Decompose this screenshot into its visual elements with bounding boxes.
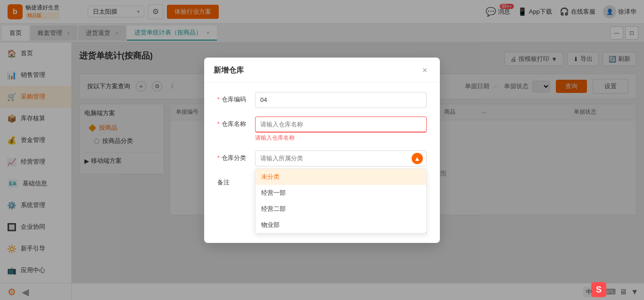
warehouse-code-input[interactable] — [255, 92, 427, 108]
warehouse-name-row: 仓库名称 请输入仓库名称 — [217, 117, 427, 142]
warehouse-code-label: 仓库编码 — [217, 92, 255, 104]
s-logo-area: S — [591, 282, 606, 297]
warehouse-name-label: 仓库名称 — [217, 117, 255, 128]
dropdown-item-dept1[interactable]: 经营一部 — [256, 185, 426, 201]
dropdown-item-dept2[interactable]: 经营二部 — [256, 201, 426, 217]
dropdown-item-uncategorized[interactable]: 未分类 — [256, 169, 426, 185]
category-dropdown-toggle[interactable]: ▲ — [412, 153, 423, 164]
category-dropdown-list: 未分类 经营一部 经营二部 物业部 — [255, 168, 427, 233]
warehouse-category-label: 仓库分类 — [217, 150, 255, 162]
warehouse-category-input[interactable] — [255, 150, 427, 167]
modal-overlay: 新增仓库 × 仓库编码 仓库名称 请输入仓库名称 仓库分类 — [0, 0, 644, 300]
dropdown-item-dept3[interactable]: 物业部 — [256, 217, 426, 233]
warehouse-category-row: 仓库分类 ▲ 未分类 经营一部 经营二部 物业部 — [217, 150, 427, 167]
dialog-title: 新增仓库 — [214, 66, 244, 75]
warehouse-remark-label: 备注 — [217, 175, 255, 187]
new-warehouse-dialog: 新增仓库 × 仓库编码 仓库名称 请输入仓库名称 仓库分类 — [204, 58, 440, 243]
warehouse-code-field — [255, 92, 427, 108]
dialog-close-button[interactable]: × — [419, 65, 430, 76]
s-logo: S — [591, 282, 606, 297]
warehouse-code-row: 仓库编码 — [217, 92, 427, 108]
warehouse-name-field: 请输入仓库名称 — [255, 117, 427, 142]
dialog-body: 仓库编码 仓库名称 请输入仓库名称 仓库分类 ▲ — [204, 83, 440, 219]
warehouse-category-field: ▲ 未分类 经营一部 经营二部 物业部 — [255, 150, 427, 167]
warehouse-name-error: 请输入仓库名称 — [255, 134, 427, 142]
warehouse-name-input[interactable] — [255, 117, 427, 133]
dialog-header: 新增仓库 × — [204, 58, 440, 83]
